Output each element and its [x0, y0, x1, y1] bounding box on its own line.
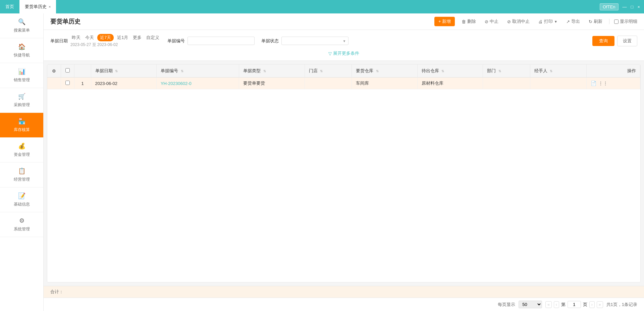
filter-docno-input[interactable]	[187, 37, 255, 45]
close-button[interactable]: ×	[637, 4, 640, 9]
sidebar-item-sales-mgmt-label: 销售管理	[14, 77, 30, 83]
sidebar-item-system-mgmt[interactable]: ⚙ 系统管理	[0, 212, 43, 237]
refresh-button[interactable]: ↻ 刷新	[587, 17, 604, 26]
page-nav: « ‹ 第 页 › »	[545, 301, 603, 308]
minimize-button[interactable]: —	[623, 4, 627, 9]
per-page-select[interactable]: 10 20 50 100	[519, 301, 542, 308]
row-seq-cell: 1	[74, 78, 91, 89]
col-handler[interactable]: 经手人 ⇅	[530, 64, 586, 78]
col-doc-date[interactable]: 单据日期 ⇅	[91, 64, 156, 78]
purchase-mgmt-icon: 🛒	[18, 93, 25, 100]
inventory-icon: 🏪	[18, 118, 25, 125]
expand-more-icon: ▽	[328, 51, 332, 56]
search-menu-icon: 🔍	[18, 18, 25, 26]
sidebar-item-sales-mgmt[interactable]: 📊 销售管理	[0, 63, 43, 88]
date-option-more[interactable]: 更多	[131, 34, 143, 41]
delete-icon: 🗑	[462, 19, 466, 24]
row-handler-cell	[530, 78, 586, 89]
display-detail-toggle[interactable]: 显示明细	[614, 18, 637, 25]
data-table: ⚙ 单据日期 ⇅ 单据编号 ⇅	[47, 64, 640, 89]
filter-status-select[interactable]	[281, 37, 348, 45]
sidebar-item-purchase-mgmt[interactable]: 🛒 采购管理	[0, 88, 43, 113]
filter-docno-label: 单据编号	[167, 38, 185, 44]
filter-date-label: 单据日期	[50, 38, 68, 44]
tab-home[interactable]: 首页	[0, 0, 19, 13]
row-checkbox[interactable]	[65, 81, 70, 85]
select-all-checkbox[interactable]	[65, 68, 70, 73]
row-doc-no-link[interactable]: YH-20230602-0	[161, 81, 192, 86]
row-view-action[interactable]: 📄	[591, 81, 596, 86]
sidebar-item-inventory[interactable]: 🏪 库存核算	[0, 113, 43, 138]
row-settings-cell	[47, 78, 61, 89]
sort-doc-type-icon: ⇅	[263, 69, 266, 73]
new-button[interactable]: + 新增	[434, 17, 455, 26]
export-button[interactable]: ↗ 导出	[564, 17, 582, 26]
page-input[interactable]	[568, 301, 581, 308]
date-option-yesterday[interactable]: 昨天	[70, 34, 82, 41]
col-store[interactable]: 门店 ⇅	[305, 64, 352, 78]
footer-total-label: 合计：	[50, 289, 63, 295]
tab-requisition-history-close[interactable]: ×	[49, 5, 51, 9]
often-button[interactable]: OfTEn	[600, 3, 619, 10]
export-label: 导出	[571, 18, 580, 25]
expand-more-label: 展开更多条件	[333, 50, 359, 56]
page-title: 要货单历史	[50, 17, 80, 26]
system-mgmt-icon: ⚙	[19, 217, 24, 224]
expand-more-btn[interactable]: ▽ 展开更多条件	[50, 50, 637, 56]
query-button[interactable]: 查询	[592, 36, 614, 46]
page-prefix: 第	[561, 302, 566, 308]
export-icon: ↗	[566, 19, 570, 24]
sidebar-item-operations-mgmt-label: 经营管理	[14, 177, 30, 182]
last-page-btn[interactable]: »	[597, 301, 603, 308]
col-doc-type[interactable]: 单据类型 ⇅	[239, 64, 305, 78]
date-option-today[interactable]: 今天	[84, 34, 95, 41]
sidebar-item-search-menu[interactable]: 🔍 搜索菜单	[0, 13, 43, 38]
row-pending-warehouse-cell: 原材料仓库	[417, 78, 483, 89]
col-doc-no[interactable]: 单据编号 ⇅	[156, 64, 239, 78]
suspend-button[interactable]: ⊘ 中止	[483, 17, 500, 26]
display-detail-checkbox[interactable]	[614, 19, 619, 24]
display-detail-label: 显示明细	[620, 18, 637, 25]
tab-requisition-history[interactable]: 要货单历史 ×	[19, 0, 56, 13]
first-page-btn[interactable]: «	[545, 301, 552, 308]
col-req-warehouse[interactable]: 要货仓库 ⇅	[352, 64, 417, 78]
filter-status-label: 单据状态	[261, 38, 279, 44]
row-doc-type-cell: 要货单要货	[239, 78, 305, 89]
next-page-btn[interactable]: ›	[589, 301, 595, 308]
col-settings[interactable]: ⚙	[47, 64, 61, 78]
tab-home-label: 首页	[5, 4, 14, 10]
sidebar-item-operations-mgmt[interactable]: 📋 经营管理	[0, 163, 43, 187]
suspend-label: 中止	[490, 18, 498, 25]
tab-bar: 首页 要货单历史 ×	[0, 0, 56, 13]
print-button[interactable]: 🖨 打印 ▼	[536, 17, 559, 26]
date-option-1month[interactable]: 近1月	[116, 34, 129, 41]
suspend-icon: ⊘	[485, 19, 488, 24]
col-dept[interactable]: 部门 ⇅	[483, 64, 530, 78]
delete-button[interactable]: 🗑 删除	[460, 17, 478, 26]
row-more-action[interactable]: ⋮⋮	[598, 81, 608, 86]
col-pending-warehouse[interactable]: 待出仓库 ⇅	[417, 64, 483, 78]
filter-status-select-wrap	[281, 37, 348, 45]
prev-page-btn[interactable]: ‹	[554, 301, 559, 308]
row-actions: 📄 ⋮⋮	[591, 81, 636, 86]
page-header: 要货单历史 + 新增 🗑 删除 ⊘ 中止 ⊘ 取消中止 🖨 打印	[44, 13, 644, 30]
sort-pending-warehouse-icon: ⇅	[441, 69, 444, 73]
cancel-suspend-button[interactable]: ⊘ 取消中止	[505, 17, 532, 26]
toolbar: + 新增 🗑 删除 ⊘ 中止 ⊘ 取消中止 🖨 打印 ▼	[434, 17, 637, 26]
col-checkbox	[61, 64, 74, 78]
pagination-bar: 每页显示 10 20 50 100 « ‹ 第 页 › » 共1页，1条记录	[44, 298, 644, 311]
settings-button[interactable]: 设置	[617, 36, 637, 46]
sidebar-item-quick-nav[interactable]: 🏠 快捷导航	[0, 38, 43, 63]
page-info: 共1页，1条记录	[606, 302, 637, 308]
sidebar-item-basic-info[interactable]: 📝 基础信息	[0, 187, 43, 212]
quick-nav-icon: 🏠	[18, 43, 25, 50]
refresh-icon: ↻	[589, 19, 592, 24]
maximize-button[interactable]: □	[631, 4, 634, 9]
sidebar: 🔍 搜索菜单 🏠 快捷导航 📊 销售管理 🛒 采购管理 🏪 库存核算 💰 资金管…	[0, 13, 44, 311]
date-option-custom[interactable]: 自定义	[145, 34, 161, 41]
row-doc-date-cell: 2023-06-02	[91, 78, 156, 89]
sidebar-item-finance-mgmt[interactable]: 💰 资金管理	[0, 138, 43, 163]
sidebar-item-system-mgmt-label: 系统管理	[14, 226, 30, 232]
filter-docno-group: 单据编号	[167, 37, 255, 45]
date-option-7days[interactable]: 近7天	[97, 34, 114, 41]
